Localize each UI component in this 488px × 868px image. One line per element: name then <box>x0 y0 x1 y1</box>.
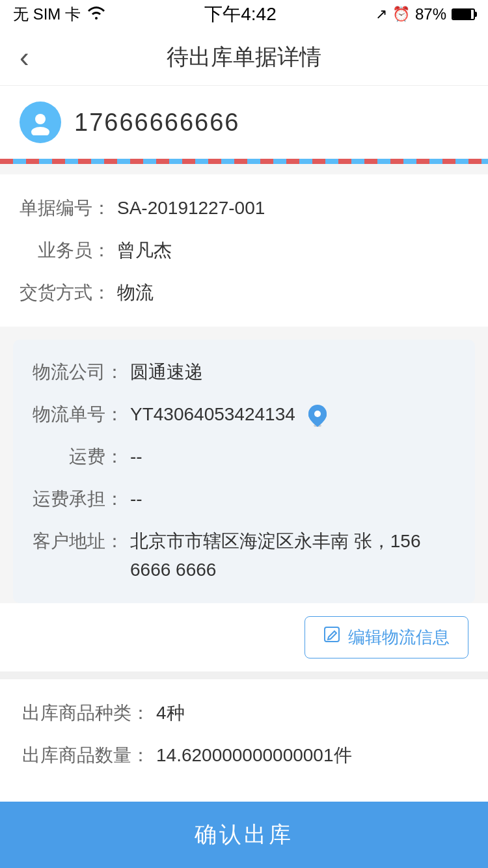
avatar <box>20 102 61 143</box>
doc-number-row: 单据编号： SA-20191227-001 <box>20 194 468 223</box>
svg-point-0 <box>35 114 46 124</box>
confirm-outbound-button[interactable]: 确认出库 <box>0 820 488 850</box>
edit-logistics-button[interactable]: 编辑物流信息 <box>305 616 468 658</box>
status-left: 无 SIM 卡 <box>13 4 105 25</box>
alarm-icon: ⏰ <box>392 6 410 23</box>
confirm-btn-container: 确认出库 <box>0 802 488 868</box>
product-quantity-label: 出库商品数量： <box>20 741 150 770</box>
battery-indicator <box>452 8 475 20</box>
user-phone: 17666666666 <box>74 109 239 137</box>
svg-point-1 <box>31 127 49 135</box>
product-quantity-row: 出库商品数量： 14.620000000000001件 <box>20 741 468 770</box>
product-info-section: 出库商品种类： 4种 出库商品数量： 14.620000000000001件 <box>0 679 488 790</box>
address-label: 客户地址： <box>33 527 124 556</box>
decorative-divider <box>0 159 488 164</box>
status-right: ↗ ⏰ 87% <box>375 5 475 23</box>
freight-row: 运费： -- <box>33 442 455 472</box>
map-pin-icon[interactable] <box>306 403 329 427</box>
back-button[interactable]: ‹ <box>20 43 29 72</box>
address-value: 北京市市辖区海淀区永丰南 张，156 6666 6666 <box>124 527 455 586</box>
delivery-label: 交货方式： <box>20 278 111 308</box>
delivery-value: 物流 <box>111 278 468 308</box>
tracking-number-row: 物流单号： YT43064053424134 <box>33 400 455 429</box>
section-divider <box>0 671 488 679</box>
doc-number-value: SA-20191227-001 <box>111 194 468 223</box>
user-header: 17666666666 <box>0 86 488 159</box>
carrier-label: 无 SIM 卡 <box>13 4 81 25</box>
tracking-value: YT43064053424134 <box>124 400 455 429</box>
freight-bearer-label: 运费承担： <box>33 485 124 514</box>
logistics-company-row: 物流公司： 圆通速递 <box>33 358 455 387</box>
edit-icon <box>323 626 342 649</box>
page-title: 待出库单据详情 <box>167 42 321 72</box>
doc-number-label: 单据编号： <box>20 194 111 223</box>
logistics-company-label: 物流公司： <box>33 358 124 387</box>
product-type-label: 出库商品种类： <box>20 699 150 728</box>
freight-value: -- <box>124 442 455 472</box>
svg-point-5 <box>314 411 321 417</box>
freight-bearer-value: -- <box>124 485 455 514</box>
nav-bar: ‹ 待出库单据详情 <box>0 29 488 86</box>
salesman-label: 业务员： <box>20 236 111 265</box>
salesman-value: 曾凡杰 <box>111 236 468 265</box>
product-quantity-value: 14.620000000000001件 <box>150 741 468 770</box>
document-info-section: 单据编号： SA-20191227-001 业务员： 曾凡杰 交货方式： 物流 <box>0 174 488 327</box>
status-bar: 无 SIM 卡 下午4:42 ↗ ⏰ 87% <box>0 0 488 29</box>
salesman-row: 业务员： 曾凡杰 <box>20 236 468 265</box>
tracking-label: 物流单号： <box>33 400 124 429</box>
delivery-row: 交货方式： 物流 <box>20 278 468 308</box>
logistics-company-value: 圆通速递 <box>124 358 455 387</box>
wifi-icon <box>87 5 105 23</box>
freight-bearer-row: 运费承担： -- <box>33 485 455 514</box>
battery-pct-text: 87% <box>415 5 446 23</box>
time-display: 下午4:42 <box>204 2 277 27</box>
freight-label: 运费： <box>33 442 124 472</box>
address-row: 客户地址： 北京市市辖区海淀区永丰南 张，156 6666 6666 <box>33 527 455 586</box>
edit-logistics-btn-row: 编辑物流信息 <box>0 603 488 671</box>
product-type-value: 4种 <box>150 699 468 728</box>
location-status-icon: ↗ <box>375 6 387 23</box>
logistics-info-section: 物流公司： 圆通速递 物流单号： YT43064053424134 运 <box>13 340 475 603</box>
main-content: 17666666666 单据编号： SA-20191227-001 业务员： 曾… <box>0 86 488 868</box>
product-type-row: 出库商品种类： 4种 <box>20 699 468 728</box>
